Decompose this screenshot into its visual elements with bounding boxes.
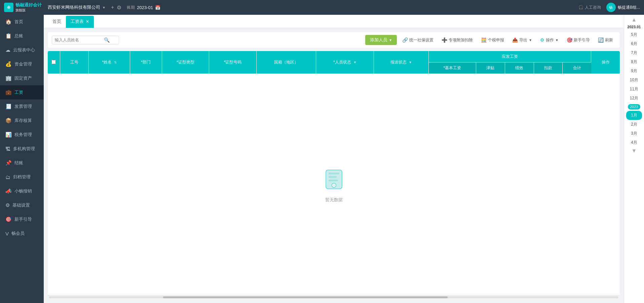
month-4[interactable]: 4月 xyxy=(624,138,644,147)
add-dropdown-arrow: ▼ xyxy=(389,38,392,42)
sidebar-item-closing[interactable]: 📌 结账 xyxy=(0,156,44,170)
human-service-label: 人工咨询 xyxy=(585,5,601,10)
scrollbar-thumb xyxy=(163,296,448,298)
th-cert-num: *证型号码 xyxy=(209,51,257,74)
month-9[interactable]: 9月 xyxy=(624,67,644,76)
search-icon[interactable]: 🔍 xyxy=(104,37,110,43)
sidebar-item-basic-settings[interactable]: ⚙ 基础设置 xyxy=(0,198,44,212)
empty-icon: ? xyxy=(320,166,347,193)
month-3[interactable]: 3月 xyxy=(624,129,644,138)
tax-calc-icon: 🧮 xyxy=(481,37,487,43)
th-number: 工号 xyxy=(60,51,89,74)
operations-btn[interactable]: ⚙ 操作 ▼ xyxy=(537,36,561,44)
settings-button[interactable]: ⚙ xyxy=(117,4,121,11)
period-label: 账期 xyxy=(127,5,135,10)
user-area[interactable]: 畅 畅提通B组... xyxy=(606,3,640,12)
sidebar-item-archive[interactable]: 🗂 归档管理 xyxy=(0,170,44,184)
horizontal-scrollbar[interactable] xyxy=(49,296,618,298)
right-panel: ▲ 2023.01 5月 6月 7月 8月 9月 10月 11月 12月 202… xyxy=(624,15,644,303)
refresh-btn[interactable]: 🔄 刷新 xyxy=(595,36,616,44)
inventory-icon: 📦 xyxy=(5,118,12,124)
calendar-icon[interactable]: 📅 xyxy=(155,5,160,10)
month-5[interactable]: 5月 xyxy=(624,30,644,39)
invoice-icon: 🧾 xyxy=(5,103,12,110)
human-service-btn[interactable]: 🎧 人工咨询 xyxy=(578,5,601,10)
search-input[interactable] xyxy=(55,38,102,42)
month-11[interactable]: 11月 xyxy=(624,85,644,94)
sidebar-item-expense[interactable]: 📣 小畅报销 xyxy=(0,184,44,198)
empty-state: ? 暂无数据 xyxy=(48,74,620,295)
company-selector[interactable]: 西安虾米网络科技有限公司 ▼ xyxy=(48,4,106,10)
tab-home[interactable]: 首页 xyxy=(48,16,66,28)
month-2[interactable]: 2月 xyxy=(624,120,644,129)
svg-rect-1 xyxy=(329,173,339,174)
logo-icon: 会 xyxy=(4,3,13,12)
export-btn[interactable]: 📤 导出 ▼ xyxy=(509,36,535,44)
member-icon: V xyxy=(5,231,9,236)
sidebar-item-fixed-assets[interactable]: 🏢 固定资产 xyxy=(0,71,44,85)
sidebar-item-tax[interactable]: 📊 税务管理 xyxy=(0,128,44,142)
main-layout: 🏠 首页 📋 总账 ☁ 云报表中心 💰 资金管理 🏢 固定资产 💼 工资 🧾 发… xyxy=(0,15,644,303)
select-all-header[interactable] xyxy=(48,51,60,74)
add-company-button[interactable]: + xyxy=(111,4,114,10)
sidebar-item-funds[interactable]: 💰 资金管理 xyxy=(0,57,44,71)
sidebar-item-inventory[interactable]: 📦 库存核算 xyxy=(0,114,44,128)
guide-icon: 🎯 xyxy=(5,216,12,222)
name-sort-icon[interactable]: ⇅ xyxy=(114,60,117,64)
sidebar-item-guide[interactable]: 🎯 新手引导 xyxy=(0,212,44,226)
sidebar-item-ledger[interactable]: 📋 总账 xyxy=(0,29,44,43)
status-filter-icon[interactable]: ▼ xyxy=(353,60,356,64)
tax-icon: 📊 xyxy=(5,132,12,138)
sidebar-item-salary[interactable]: 💼 工资 xyxy=(0,85,44,99)
personal-tax-btn[interactable]: 🧮 个税申报 xyxy=(478,36,507,44)
th-dept: *部门 xyxy=(130,51,162,74)
header-actions: + ⚙ xyxy=(111,4,121,11)
add-person-button[interactable]: 添加人员 ▼ xyxy=(365,35,397,45)
th-cert-type: *证型类型 xyxy=(162,51,209,74)
tab-salary[interactable]: 工资表 ✕ xyxy=(66,16,94,28)
table-wrapper: 工号 *姓名 ⇅ *部门 *证型类型 *证型号码 国籍（地区） *人员状态 xyxy=(48,51,620,299)
guide-btn[interactable]: 🎯 新手引导 xyxy=(564,36,593,44)
operations-icon: ⚙ xyxy=(540,37,544,43)
home-icon: 🏠 xyxy=(5,19,12,25)
headset-icon: 🎧 xyxy=(578,5,583,10)
current-period-header: 2023.01 xyxy=(627,24,642,30)
app-name: 畅融通好会计 xyxy=(15,2,42,8)
scrollbar-area xyxy=(48,295,620,299)
svg-rect-2 xyxy=(329,176,337,178)
period-area: 账期 2023-01 📅 xyxy=(127,5,160,10)
th-name: *姓名 ⇅ xyxy=(89,51,130,74)
social-security-btn[interactable]: 🔗 统一社保设置 xyxy=(400,36,436,44)
cloud-icon: ☁ xyxy=(5,47,10,53)
salary-table: 工号 *姓名 ⇅ *部门 *证型类型 *证型号码 国籍（地区） *人员状态 xyxy=(48,51,620,74)
expense-icon: 📣 xyxy=(5,188,12,194)
search-wrap: 🔍 xyxy=(52,36,119,44)
month-1-active[interactable]: 1月 xyxy=(626,111,642,120)
special-deduction-btn[interactable]: ➕ 专项附加扣除 xyxy=(439,36,476,44)
sidebar-item-member[interactable]: V 畅会员 xyxy=(0,226,44,241)
ledger-icon: 📋 xyxy=(5,33,12,39)
th-report-status: 报送状态 ▼ xyxy=(374,51,429,74)
sidebar-item-home[interactable]: 🏠 首页 xyxy=(0,15,44,29)
company-dropdown-arrow: ▼ xyxy=(102,6,106,9)
funds-icon: 💰 xyxy=(5,61,12,67)
closing-icon: 📌 xyxy=(5,160,12,166)
sidebar-item-invoice[interactable]: 🧾 发票管理 xyxy=(0,99,44,114)
month-10[interactable]: 10月 xyxy=(624,76,644,85)
tab-close-icon[interactable]: ✕ xyxy=(86,19,89,24)
sidebar-item-cloud-reports[interactable]: ☁ 云报表中心 xyxy=(0,43,44,57)
prev-year-arrow[interactable]: ▲ xyxy=(631,16,638,24)
assets-icon: 🏢 xyxy=(5,75,12,81)
month-7[interactable]: 7月 xyxy=(624,48,644,57)
multi-org-icon: 🏗 xyxy=(5,146,10,152)
app-sub: 旗舰版 xyxy=(15,8,42,13)
month-8[interactable]: 8月 xyxy=(624,57,644,67)
report-filter-icon[interactable]: ▼ xyxy=(409,60,412,64)
next-year-arrow[interactable]: ▼ xyxy=(631,147,638,155)
sidebar-item-multi-org[interactable]: 🏗 多机构管理 xyxy=(0,142,44,156)
month-12[interactable]: 12月 xyxy=(624,94,644,103)
month-6[interactable]: 6月 xyxy=(624,39,644,48)
content-area: 首页 工资表 ✕ 🔍 添加人员 ▼ 🔗 xyxy=(44,15,624,303)
th-status: *人员状态 ▼ xyxy=(316,51,374,74)
select-all-checkbox[interactable] xyxy=(51,60,56,64)
